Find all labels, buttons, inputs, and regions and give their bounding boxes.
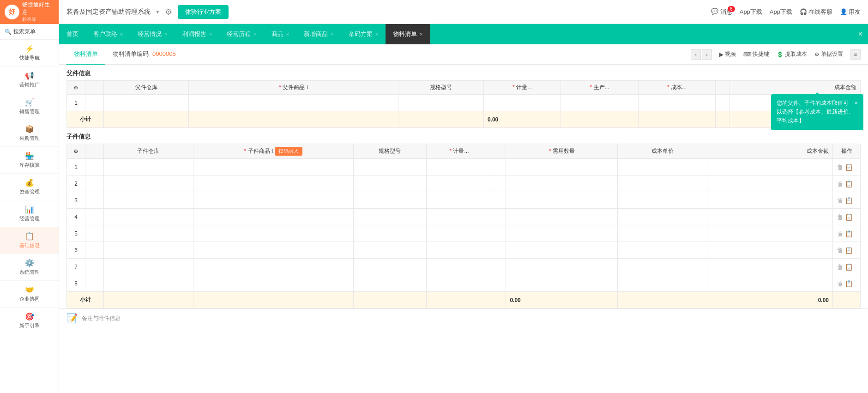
- child-row-7-unit-cost[interactable]: [618, 259, 707, 275]
- child-row-6-warehouse[interactable]: [104, 242, 193, 259]
- child-row-8-spec[interactable]: [354, 275, 426, 292]
- child-row-4-unit-cost[interactable]: [618, 209, 707, 225]
- parent-row-1-cost[interactable]: [638, 95, 715, 111]
- child-row-6-quantity[interactable]: [506, 242, 618, 259]
- copy-icon-5[interactable]: 📋: [845, 230, 853, 237]
- parent-row-1-production[interactable]: [561, 95, 638, 111]
- child-row-4-spec[interactable]: [354, 209, 426, 225]
- close-all-tabs[interactable]: ×: [853, 30, 868, 38]
- sidebar-item-inventory[interactable]: 🏪 库存核算: [0, 147, 59, 174]
- child-row-5-quantity[interactable]: [506, 225, 618, 242]
- copy-icon-2[interactable]: 📋: [845, 180, 853, 187]
- search-menu[interactable]: 🔍 搜索菜单: [0, 24, 59, 40]
- app-download-label[interactable]: App下载: [770, 8, 792, 16]
- child-row-3-spec[interactable]: [354, 192, 426, 209]
- parent-col-settings[interactable]: ⚙: [67, 81, 85, 95]
- copy-icon-3[interactable]: 📋: [845, 197, 853, 204]
- child-row-1-goods[interactable]: [193, 159, 354, 175]
- child-row-4-goods[interactable]: [193, 209, 354, 225]
- expand-icon[interactable]: ≡: [850, 49, 861, 60]
- child-row-7-unit[interactable]: [426, 259, 492, 275]
- delete-icon-7[interactable]: 🗑: [837, 263, 843, 271]
- child-row-5-unit[interactable]: [426, 225, 492, 242]
- child-row-1-unit-cost[interactable]: [618, 159, 707, 175]
- settings-icon[interactable]: ⚙: [165, 7, 172, 17]
- child-row-7-quantity[interactable]: [506, 259, 618, 275]
- tooltip-close-btn[interactable]: ×: [855, 99, 858, 108]
- child-row-3-unit-cost[interactable]: [618, 192, 707, 209]
- delete-icon-5[interactable]: 🗑: [837, 230, 843, 237]
- tab-new-goods[interactable]: 新增商品 ×: [296, 24, 341, 44]
- nav-prev[interactable]: ‹: [691, 49, 701, 60]
- child-row-2-spec[interactable]: [354, 175, 426, 192]
- sidebar-item-cooperation[interactable]: 🤝 企业协同: [0, 281, 59, 308]
- delete-icon-1[interactable]: 🗑: [837, 163, 843, 171]
- child-row-4-warehouse[interactable]: [104, 209, 193, 225]
- scan-btn[interactable]: 扫码录入: [275, 147, 302, 156]
- sidebar-item-finance[interactable]: 💰 资金管理: [0, 174, 59, 200]
- tab-goods[interactable]: 商品 ×: [264, 24, 296, 44]
- child-row-7-goods[interactable]: [193, 259, 354, 275]
- child-row-2-goods[interactable]: [193, 175, 354, 192]
- child-row-8-goods[interactable]: [193, 275, 354, 292]
- child-row-1-quantity[interactable]: [506, 159, 618, 175]
- close-tab-new-goods[interactable]: ×: [331, 31, 333, 37]
- app-download[interactable]: App下载: [740, 8, 762, 16]
- child-row-2-unit-cost[interactable]: [618, 175, 707, 192]
- tab-operations[interactable]: 经营情况 ×: [130, 24, 175, 44]
- copy-icon-7[interactable]: 📋: [845, 263, 853, 271]
- parent-row-1-unit[interactable]: [483, 95, 561, 111]
- close-tab-operations[interactable]: ×: [164, 31, 167, 37]
- child-row-1-spec[interactable]: [354, 159, 426, 175]
- sidebar-item-purchase[interactable]: 📦 采购管理: [0, 120, 59, 147]
- child-row-7-spec[interactable]: [354, 259, 426, 275]
- child-row-2-warehouse[interactable]: [104, 175, 193, 192]
- sidebar-item-system[interactable]: ⚙️ 系统管理: [0, 254, 59, 281]
- child-row-6-goods[interactable]: [193, 242, 354, 259]
- child-row-1-warehouse[interactable]: [104, 159, 193, 175]
- child-row-4-unit[interactable]: [426, 209, 492, 225]
- message-badge[interactable]: 💬 6 消息: [711, 8, 732, 16]
- sub-tab-bom-code[interactable]: 物料清单编码 0000005: [105, 44, 183, 65]
- child-row-7-warehouse[interactable]: [104, 259, 193, 275]
- sidebar-item-quick-nav[interactable]: ⚡ 快捷导航: [0, 40, 59, 67]
- delete-icon-2[interactable]: 🗑: [837, 180, 843, 187]
- child-row-3-quantity[interactable]: [506, 192, 618, 209]
- sidebar-item-basic[interactable]: 📋 基础信息: [0, 227, 59, 254]
- experience-btn[interactable]: 体验行业方案: [178, 5, 229, 19]
- child-col-settings[interactable]: ⚙: [67, 144, 85, 159]
- sidebar-item-marketing[interactable]: 📢 营销推广: [0, 67, 59, 93]
- child-row-8-quantity[interactable]: [506, 275, 618, 292]
- child-row-8-warehouse[interactable]: [104, 275, 193, 292]
- delete-icon-6[interactable]: 🗑: [837, 247, 843, 254]
- tab-history[interactable]: 经营历程 ×: [219, 24, 264, 44]
- tab-home[interactable]: 首页: [59, 24, 86, 44]
- parent-row-1-warehouse[interactable]: [104, 95, 189, 111]
- child-row-3-unit[interactable]: [426, 192, 492, 209]
- child-row-5-unit-cost[interactable]: [618, 225, 707, 242]
- user-avatar[interactable]: 👤 用友: [840, 8, 861, 16]
- close-tab-customer[interactable]: ×: [120, 31, 123, 37]
- child-row-6-unit-cost[interactable]: [618, 242, 707, 259]
- online-service[interactable]: 🎧 在线客服: [800, 8, 832, 16]
- tab-profit[interactable]: 利润报告 ×: [175, 24, 219, 44]
- tab-bom[interactable]: 物料清单 ×: [386, 24, 430, 44]
- child-row-6-spec[interactable]: [354, 242, 426, 259]
- child-row-5-warehouse[interactable]: [104, 225, 193, 242]
- child-row-5-spec[interactable]: [354, 225, 426, 242]
- toolbar-shortcut[interactable]: ⌨ 快捷键: [743, 50, 769, 58]
- parent-row-1-goods[interactable]: [189, 95, 398, 111]
- sidebar-item-guide[interactable]: 🎯 新手引导: [0, 308, 59, 334]
- child-row-3-warehouse[interactable]: [104, 192, 193, 209]
- tab-barcode[interactable]: 条码方案 ×: [341, 24, 386, 44]
- copy-icon-1[interactable]: 📋: [845, 163, 853, 171]
- tab-customer[interactable]: 客户联络 ×: [86, 24, 130, 44]
- child-row-8-unit-cost[interactable]: [618, 275, 707, 292]
- close-tab-profit[interactable]: ×: [209, 31, 212, 37]
- toolbar-single-setting[interactable]: ⚙ 单据设置: [814, 50, 843, 58]
- delete-icon-8[interactable]: 🗑: [837, 280, 843, 287]
- child-row-2-unit[interactable]: [426, 175, 492, 192]
- copy-icon-6[interactable]: 📋: [845, 247, 853, 254]
- parent-row-1-spec[interactable]: [398, 95, 483, 111]
- sidebar-item-sales[interactable]: 🛒 销售管理: [0, 93, 59, 120]
